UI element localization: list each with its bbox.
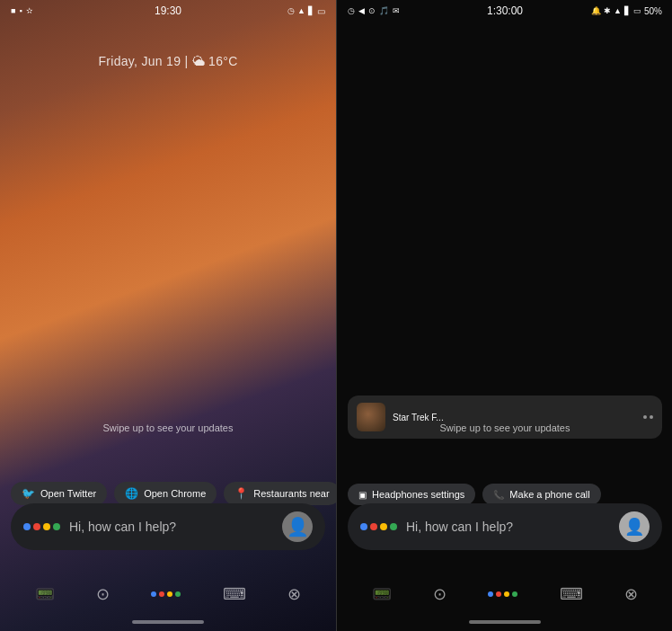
- google-assistant-logo: [23, 523, 60, 530]
- headphones-icon: ▣: [358, 490, 367, 500]
- signal-icon-right: ▋: [624, 6, 631, 15]
- google-dot-yellow-r: [380, 523, 387, 530]
- google-dot-green-r: [390, 523, 397, 530]
- battery-icon-right: ▭: [633, 6, 641, 15]
- player-dot-2: [650, 415, 653, 419]
- app-icon: ✫: [26, 6, 33, 15]
- signal-bars-icon: ▋: [308, 6, 314, 15]
- nav-lens-icon[interactable]: ⊙: [96, 584, 110, 604]
- player-controls: [643, 415, 653, 419]
- battery-icon: ▭: [317, 6, 325, 16]
- phone-icon: 📞: [493, 490, 504, 500]
- nav-close-icon[interactable]: ⊗: [287, 584, 301, 604]
- chip-headphones-label: Headphones settings: [372, 489, 464, 500]
- home-indicator-right: [469, 620, 541, 624]
- navigation-icon: ◀: [358, 6, 365, 15]
- user-avatar-right[interactable]: 👤: [619, 511, 650, 542]
- nav-close-icon-right[interactable]: ⊗: [624, 584, 638, 604]
- alarm-icon: ◷: [287, 6, 295, 15]
- assistant-bar-right[interactable]: Hi, how can I help? 👤: [348, 503, 662, 550]
- player-dot-1: [643, 415, 647, 419]
- nav-lens-icon-right[interactable]: ⊙: [433, 584, 447, 604]
- google-dot-red-r: [370, 523, 377, 530]
- notification-icon: ■: [11, 6, 15, 15]
- right-status-bar: ◷ ◀ ⊙ 🎵 ✉ 1:30:00 🔔 ✱ ▲ ▋ ▭ 50%: [337, 0, 672, 22]
- chrome-icon: 🌐: [125, 487, 138, 500]
- maps-icon: 📍: [234, 487, 248, 500]
- bottom-nav-right: 📟 ⊙ ⌨ ⊗: [337, 584, 672, 604]
- suggestion-chips-right: ▣ Headphones settings 📞 Make a phone cal…: [348, 484, 662, 505]
- date-weather-widget: Friday, Jun 19 | 🌥 16°C: [0, 54, 336, 68]
- date-text: Friday, Jun 19 | 🌥 16°C: [98, 54, 237, 68]
- google-dot-green: [53, 523, 60, 530]
- chip-phone-call-label: Make a phone call: [509, 489, 589, 500]
- left-clock: 19:30: [155, 4, 181, 17]
- google-dot-red: [33, 523, 40, 530]
- signal-icon: ▪: [19, 6, 22, 15]
- message-icon: ✉: [393, 6, 400, 15]
- chip-headphones[interactable]: ▣ Headphones settings: [348, 484, 475, 505]
- battery-percent: 50%: [644, 6, 662, 16]
- track-info: Star Trek F...: [393, 413, 636, 422]
- chip-restaurants-label: Restaurants near: [253, 488, 329, 499]
- chip-chrome-label: Open Chrome: [144, 488, 206, 499]
- user-avatar-left[interactable]: 👤: [282, 511, 313, 542]
- assistant-bar-left[interactable]: Hi, how can I help? 👤: [11, 503, 325, 550]
- nav-keyboard-icon-right[interactable]: ⌨: [560, 584, 583, 604]
- swipe-hint: Swipe up to see your updates: [0, 422, 336, 433]
- alarm-icon-right: ◷: [348, 6, 355, 15]
- chip-chrome[interactable]: 🌐 Open Chrome: [114, 482, 217, 505]
- assistant-prompt-right: Hi, how can I help?: [406, 520, 610, 534]
- right-clock: 1:30:00: [487, 4, 523, 17]
- nav-keyboard-icon[interactable]: ⌨: [223, 584, 246, 604]
- left-status-bar: ■ ▪ ✫ 19:30 ◷ ▲ ▋ ▭: [0, 0, 336, 22]
- chip-twitter-label: Open Twitter: [40, 488, 96, 499]
- google-dot-blue-r: [360, 523, 367, 530]
- assistant-prompt-left: Hi, how can I help?: [69, 520, 273, 534]
- left-status-left-icons: ■ ▪ ✫: [11, 6, 33, 15]
- bell-icon: 🔔: [591, 6, 601, 15]
- wifi-icon-right: ▲: [614, 6, 622, 15]
- right-status-right-icons: 🔔 ✱ ▲ ▋ ▭ 50%: [591, 6, 662, 16]
- google-dot-yellow: [43, 523, 50, 530]
- left-phone-screen: ■ ▪ ✫ 19:30 ◷ ▲ ▋ ▭ Friday, Jun 19 | 🌥 1…: [0, 0, 336, 631]
- swipe-hint-right: Swipe up to see your updates: [337, 422, 672, 433]
- nav-assistant-icon[interactable]: 📟: [35, 584, 55, 604]
- home-indicator-left: [132, 620, 204, 624]
- bottom-nav-left: 📟 ⊙ ⌨ ⊗: [0, 584, 336, 604]
- chip-twitter[interactable]: 🐦 Open Twitter: [11, 482, 107, 505]
- nav-dots-icon[interactable]: [151, 591, 181, 597]
- google-dot-blue: [23, 523, 31, 530]
- right-phone-screen: ◷ ◀ ⊙ 🎵 ✉ 1:30:00 🔔 ✱ ▲ ▋ ▭ 50% Star Tre…: [337, 0, 672, 631]
- track-name: Star Trek F...: [393, 413, 636, 422]
- nav-assistant-icon-right[interactable]: 📟: [372, 584, 392, 604]
- right-status-left-icons: ◷ ◀ ⊙ 🎵 ✉: [348, 6, 400, 15]
- chip-restaurants[interactable]: 📍 Restaurants near: [224, 482, 336, 505]
- twitter-icon: 🐦: [22, 487, 35, 500]
- nav-dots-icon-right[interactable]: [488, 591, 517, 597]
- wifi-icon: ▲: [297, 6, 305, 15]
- google-assistant-logo-right: [360, 523, 397, 530]
- left-status-right-icons: ◷ ▲ ▋ ▭: [287, 6, 325, 16]
- chip-phone-call[interactable]: 📞 Make a phone call: [482, 484, 600, 505]
- cast-icon: 🎵: [379, 6, 389, 15]
- media-icon: ⊙: [368, 6, 376, 15]
- suggestion-chips-left: 🐦 Open Twitter 🌐 Open Chrome 📍 Restauran…: [11, 482, 325, 505]
- bluetooth-icon: ✱: [604, 6, 611, 15]
